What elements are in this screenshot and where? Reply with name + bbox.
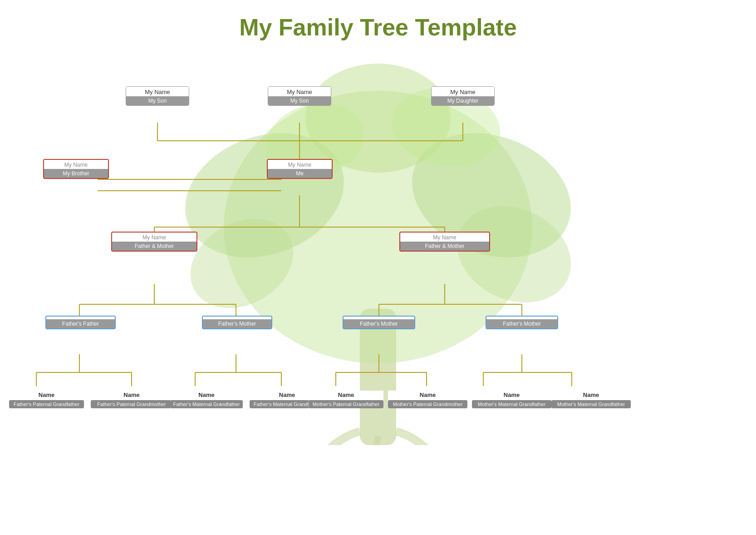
mother-box: My Name Father & Mother: [399, 232, 490, 252]
father-box: My Name Father & Mother: [111, 232, 197, 252]
mmgf-role: Mother's Maternal Grandfather: [472, 400, 551, 408]
fmgf-box: Name Father's Maternal Grandfather: [170, 391, 243, 408]
fmgf-name: Name: [170, 391, 243, 399]
fathersmother-role: Father's Mother: [203, 319, 271, 328]
fmgf-role: Father's Maternal Grandfather: [170, 400, 243, 408]
brother-role: My Brother: [44, 169, 108, 178]
me-name: My Name: [268, 160, 332, 169]
fathersfather-role: Father's Father: [46, 319, 115, 328]
daughter-name: My Name: [432, 87, 494, 96]
daughter-box: My Name My Daughter: [431, 86, 495, 106]
page-title: My Family Tree Template: [0, 0, 756, 41]
son1-box: My Name My Son: [126, 86, 189, 106]
fathersfather-box: Father's Father: [45, 316, 116, 329]
mmgm-role: Mother's Maternal Grandfather: [551, 400, 631, 408]
mother-name: My Name: [400, 233, 489, 242]
mmgf-name: Name: [472, 391, 551, 399]
fpgm-box: Name Father's Paternal Grandmother: [91, 391, 172, 408]
mpgf-name: Name: [309, 391, 383, 399]
svg-point-6: [442, 188, 582, 320]
mpgm-box: Name Mother's Paternal Grandmother: [388, 391, 467, 408]
fpgf-box: Name Father's Paternal Grandfather: [9, 391, 84, 408]
mpgm-role: Mother's Paternal Grandmother: [388, 400, 467, 408]
me-box: My Name Me: [267, 159, 333, 179]
svg-point-5: [174, 201, 309, 326]
brother-box: My Name My Brother: [43, 159, 109, 179]
son1-name: My Name: [126, 87, 189, 96]
son2-box: My Name My Son: [268, 86, 331, 106]
fpgf-name: Name: [9, 391, 84, 399]
me-role: Me: [268, 169, 332, 178]
fpgm-name: Name: [91, 391, 172, 399]
svg-point-3: [394, 112, 582, 278]
fathersmother-box: Father's Mother: [202, 316, 272, 329]
son2-role: My Son: [268, 96, 331, 105]
fpgf-role: Father's Paternal Grandfather: [9, 400, 84, 408]
mpgm-name: Name: [388, 391, 467, 399]
mothersmother-box: Father's Mother: [486, 316, 558, 329]
fpgm-role: Father's Paternal Grandmother: [91, 400, 172, 408]
mmgm-name: Name: [551, 391, 631, 399]
father-name: My Name: [112, 233, 196, 242]
mmgf-box: Name Mother's Maternal Grandfather: [472, 391, 551, 408]
mothersfather-box: Father's Mother: [343, 316, 415, 329]
mother-role: Father & Mother: [400, 242, 489, 251]
svg-point-4: [305, 64, 451, 173]
brother-name: My Name: [44, 160, 108, 169]
mpgf-box: Name Mother's Paternal Grandfather: [309, 391, 383, 408]
mmgm-box: Name Mother's Maternal Grandfather: [551, 391, 631, 408]
father-role: Father & Mother: [112, 242, 196, 251]
mothersmother-role: Father's Mother: [486, 319, 557, 328]
daughter-role: My Daughter: [432, 96, 494, 105]
mothersfather-role: Father's Mother: [344, 319, 414, 328]
tree-background: [174, 36, 582, 445]
svg-rect-0: [360, 309, 396, 445]
son2-name: My Name: [268, 87, 331, 96]
son1-role: My Son: [126, 96, 189, 105]
mpgf-role: Mother's Paternal Grandfather: [309, 400, 383, 408]
svg-point-2: [174, 112, 362, 278]
